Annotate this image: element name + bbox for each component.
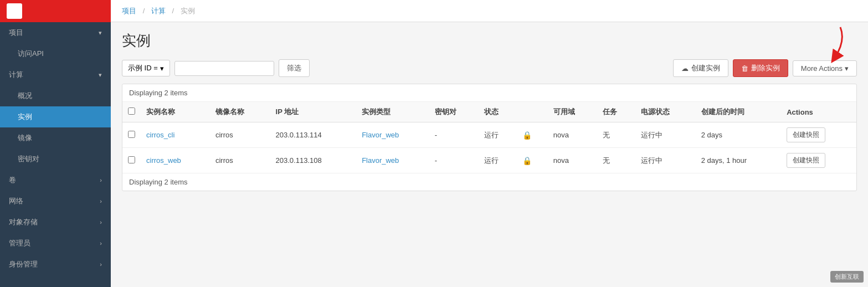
delete-button-label: 删除实例 [751,63,780,73]
col-ip: IP 地址 [270,102,357,122]
col-flavor: 实例类型 [356,102,429,122]
sidebar-item-overview[interactable]: 概况 [0,85,111,106]
table-row: cirros_cli cirros 203.0.113.114 Flavor_w… [122,122,856,148]
chevron-down-icon: ▾ [845,64,849,73]
row1-name[interactable]: cirros_cli [146,131,174,139]
filter-dropdown-icon: ▾ [160,64,164,73]
sidebar: 项目 ▾ 访问API 计算 ▾ 概况 实例 镜像 密钥对 卷 › 网络 › 对象… [0,0,111,287]
row1-zone: nova [548,122,597,148]
display-count-bottom: Displaying 2 items [122,173,856,191]
instance-table: 实例名称 镜像名称 IP 地址 实例类型 密钥对 状态 可用域 任务 电源状态 … [122,102,856,173]
row1-task: 无 [597,122,635,148]
toolbar: 示例 ID = ▾ 筛选 ☁ 创建实例 🗑 删除实例 More Actions … [122,59,857,77]
sidebar-item-label: 管理员 [9,238,30,248]
row1-status: 运行 [479,122,517,148]
more-actions-container: More Actions ▾ [793,60,857,76]
select-all-checkbox[interactable] [128,107,135,115]
table-row: cirros_web cirros 203.0.113.108 Flavor_w… [122,148,856,173]
chevron-right-icon: › [100,261,102,268]
sidebar-item-label: 实例 [18,112,32,122]
row1-image: cirros [210,122,270,148]
sidebar-item-label: 身份管理 [9,259,38,269]
sidebar-item-image[interactable]: 镜像 [0,127,111,148]
sidebar-item-volume[interactable]: 卷 › [0,170,111,191]
row2-status: 运行 [479,148,517,173]
sidebar-item-compute[interactable]: 计算 ▾ [0,64,111,85]
sidebar-item-identity[interactable]: 身份管理 › [0,254,111,275]
sidebar-item-label: 网络 [9,196,23,206]
main-content: 项目 / 计算 / 实例 实例 示例 ID = ▾ 筛选 ☁ 创建实例 [111,0,868,287]
row2-action-button[interactable]: 创建快照 [787,153,825,168]
col-zone: 可用域 [548,102,597,122]
create-instance-button[interactable]: ☁ 创建实例 [673,59,728,77]
sidebar-item-keypair[interactable]: 密钥对 [0,148,111,170]
row2-flavor[interactable]: Flavor_web [362,156,399,165]
watermark: 创新互联 [830,271,864,283]
col-lock [517,102,548,122]
row2-image: cirros [210,148,270,173]
app-logo [7,3,22,19]
col-status: 状态 [479,102,517,122]
row1-lock-icon: 🔒 [522,131,532,140]
more-actions-button[interactable]: More Actions ▾ [793,60,857,76]
col-name: 实例名称 [141,102,210,122]
chevron-right-icon: › [100,198,102,204]
sidebar-item-label: 密钥对 [18,154,39,164]
col-created: 创建后的时间 [696,102,781,122]
instance-table-container: Displaying 2 items 实例名称 镜像名称 IP 地址 实例类型 … [122,84,857,191]
chevron-right-icon: › [100,240,102,247]
sidebar-item-label: 项目 [9,28,23,38]
create-button-label: 创建实例 [691,63,720,73]
row1-ip: 203.0.113.114 [270,122,357,148]
row2-lock-icon: 🔒 [522,156,532,165]
breadcrumb-compute[interactable]: 计算 [151,7,166,15]
sidebar-item-label: 概况 [18,91,32,101]
col-power: 电源状态 [635,102,696,122]
row2-keypair: - [429,148,479,173]
col-keypair: 密钥对 [429,102,479,122]
breadcrumb: 项目 / 计算 / 实例 [120,6,197,16]
sidebar-item-instance[interactable]: 实例 [0,106,111,127]
sidebar-item-visit-api[interactable]: 访问API [0,43,111,64]
filter-select[interactable]: 示例 ID = ▾ [122,60,170,76]
sidebar-item-label: 卷 [9,175,16,185]
chevron-down-icon: ▾ [99,71,102,79]
table-header: 实例名称 镜像名称 IP 地址 实例类型 密钥对 状态 可用域 任务 电源状态 … [122,102,856,122]
breadcrumb-separator: / [143,7,147,15]
delete-instance-button[interactable]: 🗑 删除实例 [733,59,788,77]
breadcrumb-separator2: / [172,7,176,15]
row1-flavor[interactable]: Flavor_web [362,131,399,139]
sidebar-item-object-storage[interactable]: 对象存储 › [0,212,111,233]
sidebar-item-label: 计算 [9,70,23,80]
row2-name[interactable]: cirros_web [146,156,181,165]
cloud-icon: ☁ [681,64,689,73]
filter-select-label: 示例 ID = [128,63,158,73]
row1-action-button[interactable]: 创建快照 [787,127,825,142]
chevron-down-icon: ▾ [99,29,102,37]
sidebar-item-label: 对象存储 [9,217,38,227]
row2-ip: 203.0.113.108 [270,148,357,173]
sidebar-item-label: 镜像 [18,133,32,143]
search-input[interactable] [174,61,274,76]
table-body: cirros_cli cirros 203.0.113.114 Flavor_w… [122,122,856,173]
row1-keypair: - [429,122,479,148]
row1-checkbox[interactable] [128,131,135,138]
row2-task: 无 [597,148,635,173]
topbar: 项目 / 计算 / 实例 [111,0,868,22]
trash-icon: 🗑 [741,64,748,73]
row2-created: 2 days, 1 hour [696,148,781,173]
sidebar-item-admin[interactable]: 管理员 › [0,233,111,254]
row2-checkbox[interactable] [128,156,135,163]
display-count-top: Displaying 2 items [122,84,856,102]
col-task: 任务 [597,102,635,122]
sidebar-header [0,0,111,22]
sidebar-item-project[interactable]: 项目 ▾ [0,22,111,43]
page-title: 实例 [122,31,857,50]
filter-button-label: 筛选 [287,64,301,72]
row1-power: 运行中 [635,122,696,148]
sidebar-item-network[interactable]: 网络 › [0,191,111,212]
content-area: 实例 示例 ID = ▾ 筛选 ☁ 创建实例 🗑 删除实例 More A [111,22,868,287]
filter-button[interactable]: 筛选 [279,59,310,77]
breadcrumb-project[interactable]: 项目 [122,7,136,15]
chevron-right-icon: › [100,177,102,183]
